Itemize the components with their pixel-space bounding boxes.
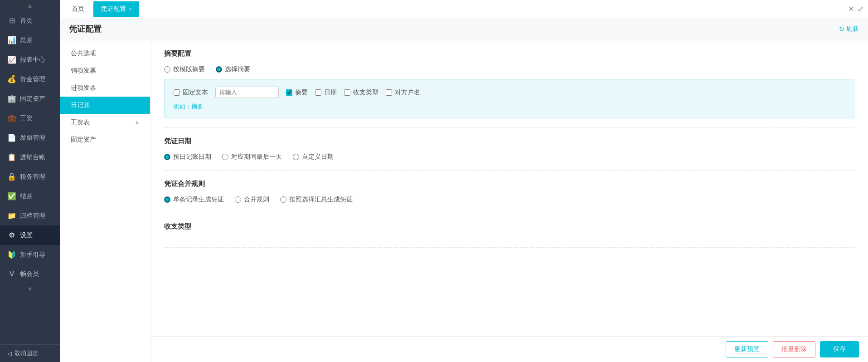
left-nav: 公共选项 销项发票 进项发票 日记账 工资表 ∨ 固定资产	[60, 40, 150, 362]
tab-close-button[interactable]: ×	[129, 6, 132, 12]
nav-purchase-invoice[interactable]: 进项发票	[60, 79, 150, 97]
merge-radio-group: 单条记录生成凭证 合并规则 按照选择汇总生成凭证	[164, 196, 854, 204]
ledger-icon: 📊	[7, 36, 16, 44]
archive-icon: 📁	[7, 211, 16, 220]
settings-icon: ⚙	[7, 231, 16, 240]
tab-bar-controls: ✕ ⤢	[848, 5, 863, 13]
purchase-sales-icon: 📋	[7, 153, 16, 161]
payroll-icon: 💼	[7, 114, 16, 122]
sidebar-item-guide[interactable]: 🔰 新手引导	[0, 245, 60, 264]
sidebar-item-settlement[interactable]: ✅ 结账	[0, 186, 60, 206]
sidebar-item-home[interactable]: ⊞ 首页	[0, 11, 60, 30]
page-title: 凭证配置	[69, 24, 102, 34]
bottom-bar: 更新预置 批量删除 保存	[150, 336, 868, 362]
sidebar-item-tax[interactable]: 🔒 税务管理	[0, 167, 60, 186]
sidebar-item-purchase-sales[interactable]: 📋 进销台账	[0, 147, 60, 167]
income-type-checkbox[interactable]	[344, 89, 350, 96]
window-close-button[interactable]: ✕	[848, 5, 854, 13]
chevron-down-icon: ∨	[135, 119, 139, 126]
merge-section-title: 凭证合并规则	[164, 180, 854, 188]
refresh-button[interactable]: ↻ 刷新	[839, 25, 859, 33]
nav-public[interactable]: 公共选项	[60, 45, 150, 62]
summary-checkbox[interactable]	[286, 89, 292, 96]
sidebar-item-vip[interactable]: V 畅会员	[0, 264, 60, 284]
nav-journal[interactable]: 日记账	[60, 97, 150, 114]
sidebar-item-ledger[interactable]: 📊 总账	[0, 30, 60, 50]
summary-radio-group: 按模版摘要 选择摘要	[164, 65, 854, 73]
tab-bar: 首页 凭证配置 × ✕ ⤢	[60, 0, 868, 18]
radio-single-record[interactable]: 单条记录生成凭证	[164, 196, 224, 204]
summary-config-box: 固定文本 摘要 日期	[164, 79, 854, 118]
merge-section: 凭证合并规则 单条记录生成凭证 合并规则 按照选择汇总生成凭证	[164, 180, 854, 213]
fixed-text-checkbox[interactable]	[174, 89, 180, 96]
radio-template-summary-input[interactable]	[164, 66, 170, 73]
cancel-fixed-button[interactable]: ◁ 取消固定	[0, 344, 60, 362]
date-radio-group: 按日记账日期 对应期间最后一天 自定义日期	[164, 153, 854, 161]
income-section: 收支类型	[164, 222, 854, 248]
income-section-title: 收支类型	[164, 222, 854, 231]
date-section: 凭证日期 按日记账日期 对应期间最后一天 自定义日期	[164, 137, 854, 171]
nav-payroll-table[interactable]: 工资表 ∨	[60, 114, 150, 131]
radio-summary-generate[interactable]: 按照选择汇总生成凭证	[280, 196, 353, 204]
radio-single-record-input[interactable]	[164, 196, 170, 203]
guide-icon: 🔰	[7, 250, 16, 259]
checkbox-income-type[interactable]: 收支类型	[344, 88, 378, 97]
fixed-text-input[interactable]	[215, 87, 279, 98]
radio-merge-rule-input[interactable]	[235, 196, 241, 203]
sidebar-item-fixed-assets[interactable]: 🏢 固定资产	[0, 89, 60, 108]
right-content: 摘要配置 按模版摘要 选择摘要	[150, 40, 868, 336]
sidebar-item-invoice-mgmt[interactable]: 📄 发票管理	[0, 128, 60, 147]
invoice-mgmt-icon: 📄	[7, 133, 16, 142]
content-area: 公共选项 销项发票 进项发票 日记账 工资表 ∨ 固定资产	[60, 40, 868, 362]
radio-last-day-input[interactable]	[222, 154, 228, 160]
date-section-title: 凭证日期	[164, 137, 854, 146]
sidebar-item-archive[interactable]: 📁 归档管理	[0, 206, 60, 225]
tab-home[interactable]: 首页	[64, 1, 92, 17]
page-header: 凭证配置 ↻ 刷新	[60, 18, 868, 40]
radio-summary-generate-input[interactable]	[280, 196, 286, 203]
reports-icon: 📈	[7, 55, 16, 64]
sidebar-scroll-up[interactable]: ▲	[0, 0, 60, 11]
save-button[interactable]: 保存	[820, 341, 859, 357]
radio-custom-date-input[interactable]	[293, 154, 299, 160]
home-icon: ⊞	[7, 16, 16, 25]
summary-section-title: 摘要配置	[164, 49, 854, 58]
nav-sales-invoice[interactable]: 销项发票	[60, 62, 150, 79]
sidebar-item-reports[interactable]: 📈 报表中心	[0, 50, 60, 69]
tax-icon: 🔒	[7, 172, 16, 181]
batch-delete-button[interactable]: 批量删除	[773, 341, 815, 357]
sidebar: ▲ ⊞ 首页 📊 总账 📈 报表中心 💰 资金管理 🏢 固定资产 💼 工资 📄 …	[0, 0, 60, 362]
tab-voucher-config[interactable]: 凭证配置 ×	[93, 1, 139, 17]
vip-icon: V	[7, 270, 16, 278]
date-checkbox[interactable]	[315, 89, 321, 96]
sidebar-item-payroll[interactable]: 💼 工资	[0, 108, 60, 128]
checkbox-summary[interactable]: 摘要	[286, 88, 308, 97]
radio-select-summary[interactable]: 选择摘要	[216, 65, 250, 73]
summary-options-row: 固定文本 摘要 日期	[174, 87, 845, 98]
update-preview-button[interactable]: 更新预置	[726, 341, 768, 357]
pin-icon: ◁	[7, 350, 12, 357]
sidebar-scroll-down[interactable]: ▼	[0, 284, 60, 294]
fixed-assets-icon: 🏢	[7, 94, 16, 103]
nav-fixed-asset[interactable]: 固定资产	[60, 131, 150, 148]
funds-icon: 💰	[7, 75, 16, 83]
sidebar-item-funds[interactable]: 💰 资金管理	[0, 69, 60, 89]
radio-select-summary-input[interactable]	[216, 66, 222, 73]
radio-custom-date[interactable]: 自定义日期	[293, 153, 334, 161]
checkbox-fixed-text[interactable]: 固定文本	[174, 88, 208, 97]
checkbox-counterpart[interactable]: 对方户名	[386, 88, 420, 97]
counterpart-checkbox[interactable]	[386, 89, 392, 96]
summary-example: 例如：摘要	[174, 103, 845, 111]
refresh-icon: ↻	[839, 25, 844, 33]
radio-by-journal-date-input[interactable]	[164, 154, 170, 160]
radio-merge-rule[interactable]: 合并规则	[235, 196, 269, 204]
summary-section: 摘要配置 按模版摘要 选择摘要	[164, 49, 854, 128]
radio-by-journal-date[interactable]: 按日记账日期	[164, 153, 211, 161]
settlement-icon: ✅	[7, 192, 16, 201]
window-restore-button[interactable]: ⤢	[858, 5, 863, 13]
sidebar-item-settings[interactable]: ⚙ 设置	[0, 225, 60, 245]
radio-template-summary[interactable]: 按模版摘要	[164, 65, 205, 73]
radio-last-day[interactable]: 对应期间最后一天	[222, 153, 282, 161]
main-area: 首页 凭证配置 × ✕ ⤢ 凭证配置 ↻ 刷新 公共选项 销项发票 进	[60, 0, 868, 362]
checkbox-date[interactable]: 日期	[315, 88, 337, 97]
